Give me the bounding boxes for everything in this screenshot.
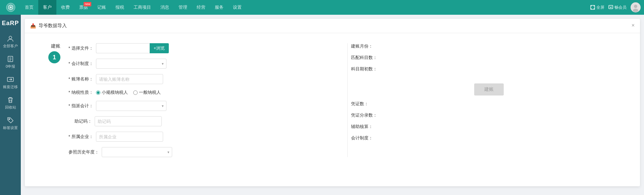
tax-type-radio-group: 小规模纳税人 一般纳税人 (96, 89, 161, 95)
sidebar-item-migrate[interactable]: 账套迁移 (0, 73, 21, 92)
small-taxpayer-label[interactable]: 小规模纳税人 (96, 89, 128, 95)
sidebar-item-tag[interactable]: 标签设置 (0, 114, 21, 133)
sidebar-item-trash[interactable]: 回收站 (0, 93, 21, 113)
form-divider (347, 43, 348, 157)
subject-initial-label: 科目期初数： (351, 66, 377, 72)
fullscreen-button[interactable]: 全屏 (590, 5, 604, 10)
company-row: * 所属企业： (68, 132, 344, 142)
ledger-name-row: * 账簿名称： (68, 74, 344, 84)
build-button[interactable]: 建账 (474, 83, 504, 95)
match-subjects-row: 匹配科目数： (351, 55, 627, 61)
main-content: 📥 导爷数据导入 × 建账 1 * 选择文件： +浏览 (21, 15, 644, 195)
nav-item-invoice[interactable]: 票据 new (75, 0, 93, 15)
sidebar-label-declaration: 0申报 (6, 64, 15, 69)
sidebar: EaRP 全部客户 0申报 账套迁移 (0, 15, 21, 195)
top-nav: 首页 客户 收费 票据 new 记账 报税 工商项目 消息 管理 经营 服务 设… (0, 0, 644, 15)
memo-row: 助记码： (68, 116, 344, 126)
nav-item-fee[interactable]: 收费 (56, 0, 75, 15)
svg-point-6 (633, 9, 638, 12)
auxiliary-label: 辅助核算： (351, 124, 373, 130)
nav-item-service[interactable]: 服务 (210, 0, 228, 15)
memo-input[interactable] (95, 116, 162, 126)
ledger-name-label: * 账簿名称： (68, 76, 93, 82)
company-label: * 所属企业： (68, 134, 93, 140)
file-input-group: +浏览 (96, 43, 169, 53)
sidebar-item-all-customers[interactable]: 全部客户 (0, 32, 21, 51)
file-input[interactable] (96, 43, 150, 53)
select-file-row: * 选择文件： +浏览 (68, 43, 344, 53)
nav-item-customer[interactable]: 客户 (38, 0, 56, 15)
nav-item-bookkeeping[interactable]: 记账 (93, 0, 111, 15)
nav-items: 首页 客户 收费 票据 new 记账 报税 工商项目 消息 管理 经营 服务 设… (20, 0, 590, 15)
card-title: 导爷数据导入 (39, 23, 67, 29)
card-header: 📥 导爷数据导入 (25, 19, 640, 33)
close-button[interactable]: × (632, 23, 635, 28)
voucher-entry-row: 凭证分录数： (351, 112, 627, 118)
new-badge: new (84, 2, 91, 6)
general-taxpayer-label[interactable]: 一般纳税人 (133, 89, 161, 95)
sidebar-label-migrate: 账套迁移 (3, 84, 18, 89)
memo-label: 助记码： (68, 118, 92, 124)
general-taxpayer-radio[interactable] (133, 90, 138, 95)
sidebar-label-trash: 回收站 (5, 105, 16, 110)
step-section: 建账 1 (38, 43, 68, 157)
nav-item-message[interactable]: 消息 (156, 0, 174, 15)
sidebar-label-all-customers: 全部客户 (3, 44, 18, 49)
small-taxpayer-text: 小规模纳税人 (102, 89, 128, 95)
member-button[interactable]: 畅会员 (608, 5, 627, 10)
match-subjects-label: 匹配科目数： (351, 55, 377, 61)
import-card: 📥 导爷数据导入 × 建账 1 * 选择文件： +浏览 (25, 19, 640, 186)
svg-point-1 (10, 6, 12, 8)
sidebar-label-tag: 标签设置 (3, 125, 18, 130)
subject-initial-row: 科目期初数： (351, 66, 627, 72)
accounting-system-wrapper (96, 59, 166, 69)
tax-type-label: * 纳税性质： (68, 89, 93, 95)
history-year-wrapper (102, 147, 172, 157)
member-label: 畅会员 (614, 5, 627, 10)
form-right: 建账月份： 匹配科目数： 科目期初数： 建账 凭证 (351, 43, 627, 157)
svg-point-10 (9, 119, 10, 120)
voucher-entry-label: 凭证分录数： (351, 112, 377, 118)
avatar[interactable] (631, 2, 641, 12)
nav-item-manage[interactable]: 管理 (174, 0, 192, 15)
history-year-row: 参照历史年度： (68, 147, 344, 157)
accounting-system-select[interactable] (96, 59, 166, 69)
import-icon: 📥 (30, 23, 36, 28)
build-month-label: 建账月份： (351, 43, 373, 49)
card-body: 建账 1 * 选择文件： +浏览 * 会计制度： (25, 33, 640, 167)
browse-button[interactable]: +浏览 (150, 43, 169, 53)
accountant-wrapper (96, 101, 166, 111)
accountant-select[interactable] (96, 101, 166, 111)
fullscreen-label: 全屏 (596, 5, 604, 10)
svg-rect-3 (609, 5, 613, 9)
step-circle: 1 (48, 51, 60, 63)
logo[interactable] (3, 0, 18, 15)
sidebar-item-declaration[interactable]: 0申报 (0, 53, 21, 72)
svg-point-5 (634, 5, 637, 8)
nav-right: 全屏 畅会员 (590, 2, 641, 12)
nav-item-business[interactable]: 工商项目 (129, 0, 156, 15)
svg-point-7 (9, 36, 12, 39)
nav-item-tax[interactable]: 报税 (111, 0, 129, 15)
voucher-count-row: 凭证数： (351, 101, 627, 107)
sidebar-logo: EaRP (0, 17, 20, 31)
accountant-label: * 指派会计： (68, 103, 93, 109)
accounting-system-label: * 会计制度： (68, 61, 93, 67)
ledger-name-input[interactable] (96, 74, 163, 84)
accounting-system-row: * 会计制度： (68, 59, 344, 69)
nav-item-home[interactable]: 首页 (20, 0, 38, 15)
company-input[interactable] (96, 132, 163, 142)
right-accounting-row: 会计制度： (351, 135, 627, 141)
layout: EaRP 全部客户 0申报 账套迁移 (0, 15, 644, 195)
right-accounting-label: 会计制度： (351, 135, 373, 141)
history-year-label: 参照历史年度： (68, 149, 99, 155)
nav-item-settings[interactable]: 设置 (228, 0, 246, 15)
history-year-select[interactable] (102, 147, 172, 157)
general-taxpayer-text: 一般纳税人 (139, 89, 161, 95)
small-taxpayer-radio[interactable] (96, 90, 100, 95)
nav-item-operate[interactable]: 经营 (192, 0, 210, 15)
step-label: 建账 (51, 43, 60, 49)
auxiliary-row: 辅助核算： (351, 124, 627, 130)
build-btn-container: 建账 (351, 77, 627, 95)
build-month-row: 建账月份： (351, 43, 627, 49)
